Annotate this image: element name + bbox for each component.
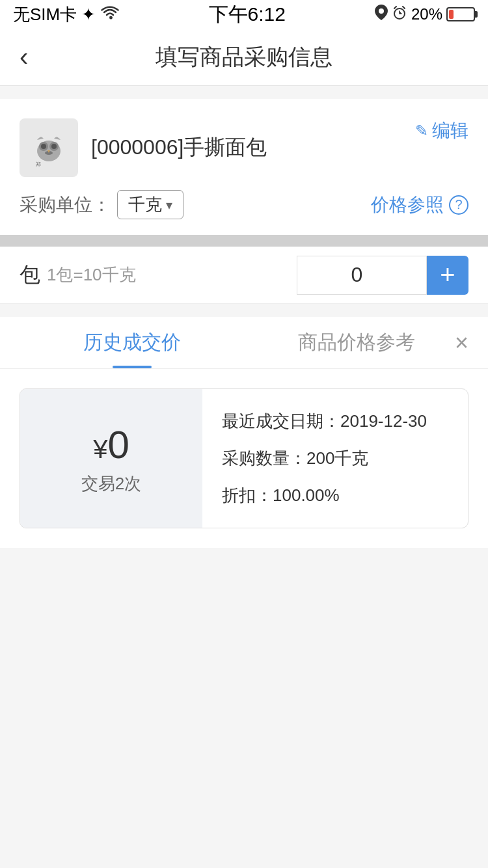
currency-symbol: ¥ bbox=[93, 435, 107, 463]
product-card: 郑 [0000006]手撕面包 ✎ 编辑 采购单位： 千克 ▾ 价格参照 ? bbox=[0, 99, 488, 235]
purchase-qty-row: 采购数量：200千克 bbox=[222, 446, 448, 471]
quantity-control: + bbox=[297, 256, 468, 295]
purchase-qty-label: 采购数量： bbox=[222, 448, 306, 468]
purchase-unit-label: 采购单位： bbox=[20, 193, 111, 217]
status-right: 20% bbox=[375, 5, 475, 24]
trade-count: 交易2次 bbox=[81, 472, 141, 495]
product-name: [0000006]手撕面包 bbox=[91, 133, 267, 162]
back-button[interactable]: ‹ bbox=[20, 42, 28, 72]
help-icon: ? bbox=[449, 195, 468, 215]
product-header: 郑 [0000006]手撕面包 ✎ 编辑 bbox=[20, 118, 468, 177]
price-reference-button[interactable]: 价格参照 ? bbox=[371, 193, 468, 217]
price-card: ¥0 交易2次 最近成交日期：2019-12-30 采购数量：200千克 折扣：… bbox=[20, 388, 468, 528]
unit-value: 千克 bbox=[128, 193, 162, 216]
price-value: 0 bbox=[107, 423, 129, 467]
product-footer: 采购单位： 千克 ▾ 价格参照 ? bbox=[20, 190, 468, 219]
navigation-bar: ‹ 填写商品采购信息 bbox=[0, 29, 488, 86]
recent-date-row: 最近成交日期：2019-12-30 bbox=[222, 409, 448, 434]
product-left: 郑 [0000006]手撕面包 bbox=[20, 118, 267, 177]
quantity-unit: 包 bbox=[20, 261, 40, 290]
status-time: 下午6:12 bbox=[209, 1, 286, 28]
tab-product-price-ref-label: 商品价格参考 bbox=[298, 329, 415, 356]
wifi-icon bbox=[101, 5, 119, 25]
battery-percentage: 20% bbox=[411, 5, 442, 23]
svg-point-0 bbox=[379, 8, 384, 14]
discount-row: 折扣：100.00% bbox=[222, 483, 448, 508]
recent-date-value: 2019-12-30 bbox=[340, 411, 427, 431]
price-ref-label: 价格参照 bbox=[371, 193, 444, 217]
svg-point-5 bbox=[41, 144, 46, 149]
alarm-icon bbox=[392, 5, 407, 24]
recent-date-label: 最近成交日期： bbox=[222, 411, 340, 431]
product-thumbnail: 郑 bbox=[20, 118, 78, 177]
status-bar: 无SIM卡 ✦ 下午6:12 20% bbox=[0, 0, 488, 29]
quantity-label: 包 1包=10千克 bbox=[20, 261, 136, 290]
carrier-text: 无SIM卡 ✦ bbox=[13, 3, 96, 26]
tab-history-price-label: 历史成交价 bbox=[83, 329, 181, 356]
edit-label: 编辑 bbox=[432, 118, 468, 143]
location-icon bbox=[375, 5, 388, 24]
edit-button[interactable]: ✎ 编辑 bbox=[415, 118, 468, 143]
dropdown-arrow-icon: ▾ bbox=[166, 197, 172, 213]
status-left: 无SIM卡 ✦ bbox=[13, 3, 119, 26]
tabs-section: 历史成交价 商品价格参考 × ¥0 交易2次 最近成交日期：2019-12-30 bbox=[0, 317, 488, 548]
battery-fill bbox=[449, 10, 454, 19]
quantity-row: 包 1包=10千克 + bbox=[0, 247, 488, 304]
tabs-header: 历史成交价 商品价格参考 × bbox=[0, 317, 488, 369]
svg-point-6 bbox=[51, 144, 57, 149]
page-title: 填写商品采购信息 bbox=[156, 42, 332, 72]
quantity-conversion: 1包=10千克 bbox=[47, 264, 136, 286]
quantity-input[interactable] bbox=[297, 256, 427, 295]
unit-selector[interactable]: 千克 ▾ bbox=[117, 190, 183, 219]
svg-text:郑: 郑 bbox=[36, 161, 41, 167]
price-display: ¥0 bbox=[93, 422, 129, 467]
main-content: 郑 [0000006]手撕面包 ✎ 编辑 采购单位： 千克 ▾ 价格参照 ? bbox=[0, 99, 488, 868]
section-divider bbox=[0, 235, 488, 247]
tab-history-price[interactable]: 历史成交价 bbox=[20, 317, 244, 368]
quantity-plus-button[interactable]: + bbox=[427, 256, 468, 295]
battery-icon bbox=[446, 7, 475, 21]
tab-content: ¥0 交易2次 最近成交日期：2019-12-30 采购数量：200千克 折扣：… bbox=[0, 369, 488, 548]
tab-product-price-ref[interactable]: 商品价格参考 bbox=[244, 317, 468, 368]
discount-label: 折扣： bbox=[222, 485, 273, 505]
tab-close-button[interactable]: × bbox=[455, 329, 468, 357]
discount-value: 100.00% bbox=[273, 485, 340, 505]
price-right-panel: 最近成交日期：2019-12-30 采购数量：200千克 折扣：100.00% bbox=[202, 389, 468, 528]
edit-icon: ✎ bbox=[415, 122, 428, 140]
price-left-panel: ¥0 交易2次 bbox=[20, 389, 202, 528]
purchase-unit-row: 采购单位： 千克 ▾ bbox=[20, 190, 183, 219]
purchase-qty-value: 200千克 bbox=[306, 448, 368, 468]
